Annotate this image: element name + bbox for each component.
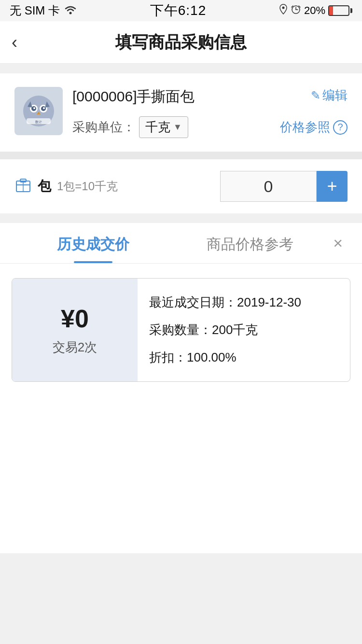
- history-trade-count: 交易2次: [53, 339, 97, 356]
- nav-bar: ‹ 填写商品采购信息: [0, 21, 362, 64]
- alarm-icon: [291, 4, 301, 17]
- battery-percent: 20%: [304, 4, 325, 17]
- qty-input-group: +: [220, 171, 348, 202]
- product-name: [0000006]手撕面包: [72, 87, 311, 107]
- section-divider: [0, 152, 362, 159]
- tab-product-price-ref[interactable]: 商品价格参考: [171, 223, 328, 263]
- svg-point-1: [282, 7, 284, 9]
- package-icon: [14, 176, 32, 197]
- qty-unit-label: 包: [38, 177, 51, 196]
- qty-label-group: 包 1包=10千克: [14, 176, 118, 197]
- tab-close-button[interactable]: ×: [328, 234, 348, 252]
- dropdown-arrow-icon: ▼: [173, 122, 182, 132]
- edit-label: 编辑: [322, 87, 348, 104]
- tabs-header: 历史成交价 商品价格参考 ×: [0, 223, 362, 264]
- history-discount-value: 100.00%: [187, 350, 237, 364]
- quantity-row: 包 1包=10千克 +: [0, 159, 362, 213]
- unit-value: 千克: [145, 119, 170, 136]
- price-ref-button[interactable]: 价格参照 ?: [280, 119, 348, 136]
- unit-text: 采购单位：: [72, 119, 135, 136]
- price-ref-icon: ?: [333, 120, 348, 135]
- product-card: 数计 [0000006]手撕面包 ✎ 编辑 采购单位： 千克 ▼ 价格参照 ?: [0, 73, 362, 152]
- svg-point-0: [70, 12, 72, 14]
- svg-point-13: [43, 107, 45, 109]
- svg-point-12: [33, 107, 35, 109]
- price-ref-label: 价格参照: [280, 119, 330, 136]
- svg-text:数计: 数计: [35, 120, 42, 124]
- unit-label: 采购单位： 千克 ▼: [72, 116, 188, 138]
- status-right: 20%: [279, 4, 352, 17]
- edit-icon: ✎: [311, 89, 320, 102]
- battery-indicator: [328, 5, 352, 16]
- history-qty-label: 采购数量：: [149, 322, 212, 337]
- product-unit-row: 采购单位： 千克 ▼ 价格参照 ?: [72, 116, 348, 138]
- product-image: 数计: [14, 87, 63, 135]
- qty-sub-label: 1包=10千克: [57, 179, 118, 194]
- status-left: 无 SIM 卡: [10, 3, 77, 18]
- status-bar: 无 SIM 卡 下午6:12 20: [0, 0, 362, 21]
- history-price-right: 最近成交日期：2019-12-30 采购数量：200千克 折扣：100.00%: [138, 279, 350, 381]
- history-date-value: 2019-12-30: [237, 295, 301, 309]
- qty-plus-button[interactable]: +: [317, 171, 348, 202]
- edit-button[interactable]: ✎ 编辑: [311, 87, 348, 104]
- price-number: 0: [75, 305, 89, 333]
- history-date-label: 最近成交日期：: [149, 295, 237, 309]
- product-info: [0000006]手撕面包 ✎ 编辑 采购单位： 千克 ▼ 价格参照 ?: [72, 87, 348, 138]
- no-sim-text: 无 SIM 卡: [10, 3, 60, 18]
- currency-symbol: ¥: [61, 305, 75, 333]
- history-discount-row: 折扣：100.00%: [149, 348, 338, 367]
- unit-dropdown[interactable]: 千克 ▼: [139, 116, 188, 138]
- product-name-row: [0000006]手撕面包 ✎ 编辑: [72, 87, 348, 107]
- tab-history-price[interactable]: 历史成交价: [14, 223, 171, 263]
- history-price-card: ¥0 交易2次 最近成交日期：2019-12-30 采购数量：200千克 折扣：…: [12, 278, 350, 382]
- history-date-row: 最近成交日期：2019-12-30: [149, 293, 338, 312]
- wifi-icon: [64, 4, 77, 17]
- location-icon: [279, 4, 288, 17]
- tabs-container: 历史成交价 商品价格参考 × ¥0 交易2次 最近成交日期：2019-12-30…: [0, 223, 362, 553]
- history-discount-label: 折扣：: [149, 350, 187, 364]
- back-button[interactable]: ‹: [12, 32, 17, 53]
- status-time: 下午6:12: [150, 1, 207, 20]
- quantity-input[interactable]: [220, 171, 317, 202]
- page-title: 填写商品采购信息: [115, 31, 247, 54]
- history-price-value: ¥0: [61, 304, 89, 333]
- history-qty-value: 200千克: [212, 322, 258, 337]
- history-qty-row: 采购数量：200千克: [149, 321, 338, 339]
- tab-content: ¥0 交易2次 最近成交日期：2019-12-30 采购数量：200千克 折扣：…: [0, 264, 362, 553]
- product-logo: 数计: [22, 94, 56, 128]
- history-price-left: ¥0 交易2次: [12, 279, 138, 381]
